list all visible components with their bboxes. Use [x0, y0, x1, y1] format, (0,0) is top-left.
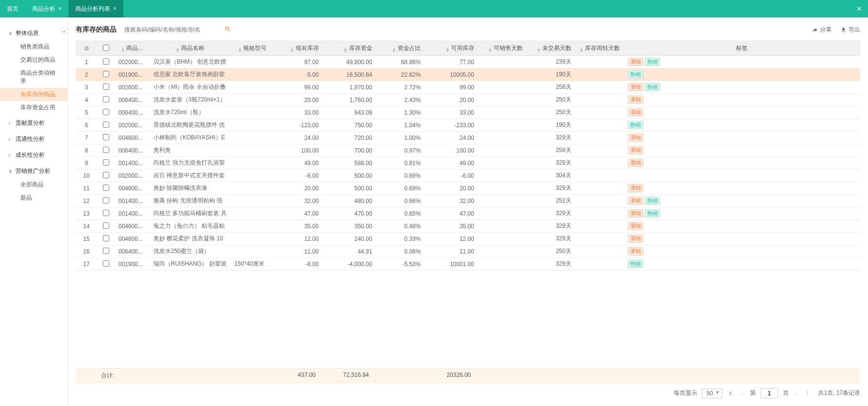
- row-index: 6: [76, 119, 97, 132]
- row-index: 3: [76, 81, 97, 94]
- row-checkbox[interactable]: [103, 210, 109, 216]
- row-index: 11: [76, 182, 97, 195]
- sidebar-item-新品[interactable]: 新品: [0, 191, 67, 204]
- column-available[interactable]: ▲▼可用库存: [425, 41, 478, 56]
- column-name[interactable]: ▲▼商品名称: [150, 41, 231, 56]
- close-all-tabs-button[interactable]: ✕: [851, 0, 868, 17]
- page-prev-button[interactable]: ‹: [739, 390, 745, 396]
- tab-商品分析列表[interactable]: 商品分析列表×: [68, 0, 123, 17]
- sidebar-group-营销推广分析[interactable]: ∨营销推广分析: [0, 164, 67, 178]
- table-row[interactable]: 1002000...贝汉美（BHM） 创意北欧摆97.0049,800.0068…: [76, 56, 860, 68]
- row-index: 2: [76, 68, 97, 81]
- column-saledays[interactable]: ▲▼可销售天数: [478, 41, 527, 56]
- table-row[interactable]: 12001400...雅高 挂钩 无痕透明粘钩 强32.00480.000.66…: [76, 195, 860, 207]
- sort-icon: ▲▼: [238, 48, 242, 52]
- totals-label: 合计:: [97, 372, 115, 380]
- table-row[interactable]: 7004600...小林制药（KOBAYASHI）E24.00720.001.0…: [76, 132, 860, 144]
- row-checkbox[interactable]: [103, 121, 109, 128]
- sidebar-item-有库存的商品[interactable]: 有库存的商品: [0, 88, 67, 101]
- table-row[interactable]: 15004600...奥妙 樱花柔护 洗衣凝珠 1012.00240.000.3…: [76, 233, 860, 245]
- table-row[interactable]: 16006400...洗发水250蜜兰（袋）11.0044.910.06%11.…: [76, 245, 860, 258]
- table-row[interactable]: 10002000...吉百 禅意新中式玄关摆件套-6.00500.000.69%…: [76, 169, 860, 182]
- search-input[interactable]: [123, 24, 220, 35]
- column-ratio[interactable]: ▲▼资金占比: [376, 41, 425, 56]
- share-button[interactable]: 分享: [812, 26, 832, 34]
- row-checkbox[interactable]: [103, 159, 109, 166]
- row-checkbox[interactable]: [103, 134, 109, 140]
- row-checkbox[interactable]: [103, 71, 109, 77]
- column-code[interactable]: ▲▼商品...: [115, 41, 150, 56]
- sidebar-item-销售类商品[interactable]: 销售类商品: [0, 40, 67, 53]
- page-next-button[interactable]: ›: [794, 390, 800, 396]
- main-content: 有库存的商品 分享 导出: [68, 17, 868, 406]
- page-title: 有库存的商品: [76, 25, 117, 34]
- column-notradedays[interactable]: ▲▼未交易天数: [527, 41, 575, 56]
- tag-badge: 热销: [645, 209, 660, 218]
- sort-icon: ▲▼: [121, 48, 125, 52]
- sidebar-item-商品分类动销率[interactable]: 商品分类动销率: [0, 67, 67, 88]
- perpage-select[interactable]: 50 ▼: [702, 389, 722, 398]
- table-row[interactable]: 3002600...小米（MI）雨伞 全自动折叠99.001,970.002.7…: [76, 81, 860, 94]
- tab-bar: 首页商品分析×商品分析列表× ✕: [0, 0, 868, 17]
- table-row[interactable]: 11004600...奥妙 除菌除螨洗衣液20.00500.000.69%20.…: [76, 182, 860, 195]
- row-checkbox[interactable]: [103, 185, 109, 191]
- page-first-button[interactable]: K: [727, 390, 734, 396]
- sidebar-group-流通性分析[interactable]: ›流通性分析: [0, 132, 67, 146]
- sidebar-group-成长性分析[interactable]: ›成长性分析: [0, 148, 67, 162]
- tab-商品分析[interactable]: 商品分析×: [25, 0, 68, 17]
- sort-icon: ▲▼: [392, 48, 396, 52]
- table-row[interactable]: 4006400...洗发水套装（3瓶720ml+1）20.001,760.002…: [76, 94, 860, 106]
- row-checkbox[interactable]: [103, 172, 109, 178]
- close-icon[interactable]: ×: [113, 5, 117, 12]
- export-button[interactable]: 导出: [840, 26, 860, 34]
- column-stock[interactable]: ▲▼现有库存: [274, 41, 323, 56]
- expand-icon: ∨: [9, 31, 13, 36]
- page-input[interactable]: [761, 388, 778, 398]
- row-checkbox[interactable]: [103, 248, 109, 254]
- sidebar-group-整体信息[interactable]: ∨整体信息: [0, 26, 67, 40]
- column-spec[interactable]: ▲▼规格型号: [231, 41, 274, 56]
- sidebar-item-库存资金占用[interactable]: 库存资金占用: [0, 101, 67, 114]
- row-checkbox[interactable]: [103, 96, 109, 102]
- table-row[interactable]: 13001400...尚格兰 多功能马桶刷套装 具47.00470.000.65…: [76, 207, 860, 220]
- row-checkbox[interactable]: [103, 84, 109, 90]
- tab-首页[interactable]: 首页: [0, 0, 25, 17]
- select-all-checkbox[interactable]: [97, 41, 115, 56]
- row-index: 5: [76, 106, 97, 119]
- tag-badge: 滞销: [628, 146, 643, 154]
- row-checkbox[interactable]: [103, 222, 109, 229]
- sidebar-group-贡献度分析[interactable]: ›贡献度分析: [0, 116, 67, 130]
- tag-badge: 滞销: [628, 159, 643, 167]
- sidebar-item-交易过的商品[interactable]: 交易过的商品: [0, 53, 67, 67]
- perpage-label: 每页显示: [674, 389, 697, 397]
- table-row[interactable]: 5006400...洗发水720ml（瓶）33.00943.091.30%33.…: [76, 106, 860, 119]
- row-index: 13: [76, 207, 97, 220]
- row-index: 17: [76, 258, 97, 271]
- row-checkbox[interactable]: [103, 197, 109, 203]
- row-checkbox[interactable]: [103, 58, 109, 65]
- sidebar-item-全部商品[interactable]: 全部商品: [0, 178, 67, 191]
- share-icon: [812, 27, 818, 33]
- search-icon[interactable]: [224, 26, 231, 34]
- sort-icon: ▲▼: [176, 48, 180, 52]
- tag-badge: 热销: [645, 58, 660, 66]
- row-checkbox[interactable]: [103, 147, 109, 153]
- column-amount[interactable]: ▲▼库存资金: [323, 41, 376, 56]
- totals-stock: 437.00: [271, 372, 319, 380]
- row-checkbox[interactable]: [103, 109, 109, 115]
- column-turndays[interactable]: ▲▼库存周转天数: [575, 41, 624, 56]
- row-index: 14: [76, 220, 97, 233]
- sidebar-collapse-button[interactable]: «: [60, 27, 68, 35]
- table-row[interactable]: 14004600...兔之力（兔の力） 粘毛器粘35.00350.000.48%…: [76, 220, 860, 233]
- table-row[interactable]: 17001900...瑞尚（RUISHANG） 卧室装150*40厘米-8.00…: [76, 258, 860, 271]
- table-row[interactable]: 2001900...倍思家 北欧客厅装饰画卧室-5.0016,500.8422.…: [76, 68, 860, 81]
- table-row[interactable]: 8006400...奥利奥100.00700.000.97%100.00258天…: [76, 144, 860, 157]
- column-settings[interactable]: ⚙: [76, 41, 97, 56]
- row-checkbox[interactable]: [103, 235, 109, 241]
- table-row[interactable]: 6002000...景德镇北欧陶瓷花瓶摆件 优-123.00750.001.04…: [76, 119, 860, 132]
- table-row[interactable]: 9001400...尚格兰 强力无痕免打孔浴室49.00588.000.81%4…: [76, 157, 860, 169]
- page-last-button[interactable]: 》: [804, 389, 813, 397]
- sort-icon: ▲▼: [488, 48, 492, 52]
- row-checkbox[interactable]: [103, 260, 109, 267]
- close-icon[interactable]: ×: [58, 5, 62, 12]
